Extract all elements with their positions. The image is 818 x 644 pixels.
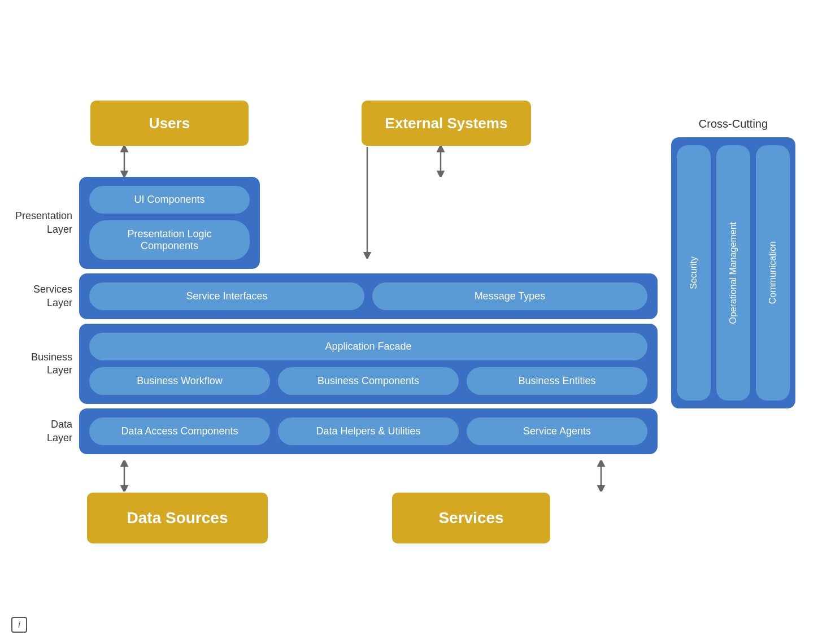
business-components-row: Business Workflow Business Components Bu… bbox=[89, 367, 647, 395]
security-pillar: Security bbox=[677, 145, 711, 401]
presentation-layer-label: Presentation Layer bbox=[23, 177, 79, 269]
operational-management-label: Operational Management bbox=[728, 222, 738, 324]
security-label: Security bbox=[689, 256, 699, 289]
service-interfaces-box: Service Interfaces bbox=[89, 282, 364, 310]
services-layer-box: Service Interfaces Message Types bbox=[79, 273, 658, 319]
architecture-diagram: Users External Systems bbox=[23, 101, 658, 543]
business-layer-box: Application Facade Business Workflow Bus… bbox=[79, 324, 658, 404]
communication-pillar: Communication bbox=[756, 145, 790, 401]
layers-area: Presentation Layer UI Components Present… bbox=[23, 177, 658, 459]
top-arrows bbox=[23, 146, 658, 177]
business-workflow-box: Business Workflow bbox=[89, 367, 270, 395]
message-types-box: Message Types bbox=[372, 282, 647, 310]
business-components-box: Business Components bbox=[278, 367, 459, 395]
cross-cutting-area: Cross-Cutting Security Operational Manag… bbox=[671, 118, 795, 408]
services-gold-box: Services bbox=[392, 493, 550, 543]
app-facade-box: Application Facade bbox=[89, 333, 647, 360]
users-arrow-col bbox=[79, 146, 169, 177]
users-bidirectional-arrow bbox=[119, 146, 130, 177]
data-layer-box: Data Access Components Data Helpers & Ut… bbox=[79, 408, 658, 454]
data-layer-label: Data Layer bbox=[23, 408, 79, 454]
presentation-layer-row: Presentation Layer UI Components Present… bbox=[23, 177, 658, 269]
data-sources-arrow-col bbox=[79, 460, 169, 491]
services-layer-label: Services Layer bbox=[23, 273, 79, 319]
business-entities-box: Business Entities bbox=[467, 367, 647, 395]
data-layer-row: Data Layer Data Access Components Data H… bbox=[23, 408, 658, 454]
external-systems-label: External Systems bbox=[385, 115, 508, 132]
presentation-logic-box: Presentation Logic Components bbox=[89, 220, 250, 260]
data-sources-box: Data Sources bbox=[87, 493, 268, 543]
external-arrow-col bbox=[169, 146, 356, 177]
data-sources-bidirectional-arrow bbox=[119, 460, 130, 491]
bottom-arrows-row bbox=[23, 459, 658, 493]
data-helpers-box: Data Helpers & Utilities bbox=[278, 417, 459, 445]
business-layer-row: Business Layer Application Facade Busine… bbox=[23, 324, 658, 404]
external-bidirectional-arrow bbox=[435, 146, 446, 177]
services-arrow-col bbox=[556, 460, 646, 491]
external-systems-box: External Systems bbox=[362, 101, 531, 146]
services-layer-row: Services Layer Service Interfaces Messag… bbox=[23, 273, 658, 319]
users-label: Users bbox=[149, 115, 190, 132]
external-arrow-col2 bbox=[356, 146, 525, 177]
top-entities-row: Users External Systems bbox=[23, 101, 658, 146]
bottom-entities-row: Data Sources Services bbox=[23, 493, 658, 543]
cross-cutting-title: Cross-Cutting bbox=[699, 118, 768, 130]
services-bidirectional-arrow bbox=[595, 460, 607, 491]
data-access-components-box: Data Access Components bbox=[89, 417, 270, 445]
communication-label: Communication bbox=[768, 241, 778, 304]
business-layer-label: Business Layer bbox=[23, 324, 79, 404]
users-box: Users bbox=[90, 101, 249, 146]
presentation-layer-box: UI Components Presentation Logic Compone… bbox=[79, 177, 260, 269]
cross-cutting-box: Security Operational Management Communic… bbox=[671, 137, 795, 408]
operational-management-pillar: Operational Management bbox=[716, 145, 750, 401]
ui-components-box: UI Components bbox=[89, 186, 250, 214]
service-agents-box: Service Agents bbox=[467, 417, 647, 445]
info-icon[interactable]: i bbox=[11, 617, 27, 633]
